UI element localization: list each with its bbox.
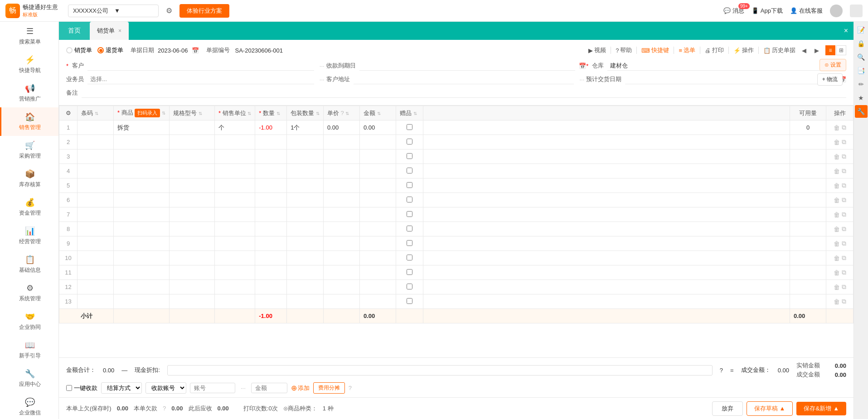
row-pkg[interactable] bbox=[287, 265, 324, 280]
rt-star-btn[interactable]: ★ bbox=[855, 92, 868, 104]
row-amount[interactable] bbox=[359, 207, 396, 222]
row-qty[interactable] bbox=[255, 207, 287, 222]
delete-row-icon[interactable]: 🗑 bbox=[834, 168, 840, 175]
scan-barcode-button[interactable]: 扫码录入 bbox=[135, 109, 160, 117]
row-pkg[interactable] bbox=[287, 164, 324, 178]
row-spec[interactable] bbox=[169, 193, 214, 207]
debit-help-icon[interactable]: ? bbox=[163, 405, 166, 412]
select-order-btn[interactable]: ≡ 选单 bbox=[679, 46, 695, 54]
calendar-icon[interactable]: 📅 bbox=[192, 47, 199, 54]
gift-checkbox[interactable] bbox=[407, 153, 412, 159]
row-price[interactable] bbox=[323, 149, 359, 164]
discount-input[interactable] bbox=[167, 365, 713, 376]
gift-checkbox[interactable] bbox=[407, 240, 412, 246]
row-note[interactable] bbox=[423, 207, 790, 222]
row-barcode[interactable] bbox=[78, 193, 114, 207]
avatar-2[interactable] bbox=[850, 5, 863, 17]
row-goods[interactable] bbox=[114, 251, 170, 265]
row-spec[interactable] bbox=[169, 222, 214, 236]
tab-home[interactable]: 首页 bbox=[59, 22, 90, 40]
row-unit[interactable] bbox=[214, 207, 255, 222]
row-goods[interactable] bbox=[114, 294, 170, 309]
message-button[interactable]: 💬 消息 99+ bbox=[723, 7, 744, 15]
print-btn[interactable]: 🖨 打印 bbox=[705, 46, 724, 54]
row-unit[interactable] bbox=[214, 164, 255, 178]
price-help-icon[interactable]: ? bbox=[341, 110, 344, 116]
row-unit[interactable] bbox=[214, 251, 255, 265]
copy-row-icon[interactable]: ⧉ bbox=[842, 269, 846, 276]
row-goods[interactable] bbox=[114, 149, 170, 164]
row-pkg[interactable] bbox=[287, 236, 324, 251]
row-barcode[interactable] bbox=[78, 207, 114, 222]
row-price[interactable] bbox=[323, 236, 359, 251]
sidebar-item-search[interactable]: ☰ 搜索菜单 bbox=[0, 22, 58, 50]
row-spec[interactable] bbox=[169, 251, 214, 265]
row-price[interactable] bbox=[323, 164, 359, 178]
row-pkg[interactable] bbox=[287, 294, 324, 309]
rt-copy-btn[interactable]: 📑 bbox=[855, 64, 868, 77]
delete-row-icon[interactable]: 🗑 bbox=[834, 298, 840, 305]
row-note[interactable] bbox=[423, 178, 790, 193]
rt-tool-btn[interactable]: 🔧 bbox=[855, 105, 868, 118]
tab-bar-close-icon[interactable]: × bbox=[844, 27, 853, 35]
gift-checkbox[interactable] bbox=[407, 168, 412, 173]
row-spec[interactable] bbox=[169, 164, 214, 178]
row-pkg[interactable] bbox=[287, 280, 324, 294]
staff-input[interactable] bbox=[87, 74, 314, 84]
copy-row-icon[interactable]: ⧉ bbox=[842, 254, 846, 262]
row-pkg[interactable] bbox=[287, 149, 324, 164]
row-barcode[interactable] bbox=[78, 178, 114, 193]
delete-row-icon[interactable]: 🗑 bbox=[834, 139, 840, 146]
account-no-input[interactable] bbox=[190, 383, 235, 393]
row-note[interactable] bbox=[423, 222, 790, 236]
copy-row-icon[interactable]: ⧉ bbox=[842, 124, 846, 131]
row-spec[interactable] bbox=[169, 149, 214, 164]
row-barcode[interactable] bbox=[78, 222, 114, 236]
row-qty[interactable] bbox=[255, 294, 287, 309]
row-qty[interactable] bbox=[255, 222, 287, 236]
copy-row-icon[interactable]: ⧉ bbox=[842, 153, 846, 160]
row-gift[interactable] bbox=[396, 251, 423, 265]
sidebar-item-system[interactable]: ⚙ 系统管理 bbox=[0, 279, 58, 307]
company-selector[interactable]: XXXXXX公司 ▼ bbox=[68, 5, 159, 17]
delete-row-icon[interactable]: 🗑 bbox=[834, 255, 840, 262]
account-more-icon[interactable]: ··· bbox=[239, 385, 247, 391]
copy-row-icon[interactable]: ⧉ bbox=[842, 211, 846, 218]
row-gift[interactable] bbox=[396, 294, 423, 309]
rt-lock-btn[interactable]: 🔒 bbox=[855, 37, 868, 50]
add-payment-button[interactable]: ⊕ 添加 bbox=[291, 384, 310, 392]
customer-more-icon[interactable]: ··· bbox=[318, 63, 326, 69]
row-qty[interactable] bbox=[255, 149, 287, 164]
amount-input[interactable] bbox=[251, 383, 287, 393]
row-spec[interactable] bbox=[169, 120, 214, 135]
gift-checkbox[interactable] bbox=[407, 197, 412, 202]
row-price[interactable] bbox=[323, 178, 359, 193]
row-unit[interactable]: 个 bbox=[214, 120, 255, 135]
abandon-button[interactable]: 放弃 bbox=[712, 401, 743, 416]
row-price[interactable]: 0.00 bbox=[323, 120, 359, 135]
delete-row-icon[interactable]: 🗑 bbox=[834, 269, 840, 276]
row-note[interactable] bbox=[423, 149, 790, 164]
row-price[interactable] bbox=[323, 135, 359, 149]
row-gift[interactable] bbox=[396, 164, 423, 178]
save-new-button[interactable]: 保存&新增 ▲ bbox=[796, 402, 846, 415]
row-amount[interactable] bbox=[359, 149, 396, 164]
row-goods[interactable] bbox=[114, 135, 170, 149]
row-unit[interactable] bbox=[214, 149, 255, 164]
row-note[interactable] bbox=[423, 294, 790, 309]
row-price[interactable] bbox=[323, 207, 359, 222]
delete-row-icon[interactable]: 🗑 bbox=[834, 124, 840, 131]
app-download-button[interactable]: 📱 App下载 bbox=[752, 7, 783, 15]
delete-row-icon[interactable]: 🗑 bbox=[834, 284, 840, 291]
gift-checkbox[interactable] bbox=[407, 139, 412, 144]
delete-row-icon[interactable]: 🗑 bbox=[834, 211, 840, 218]
row-amount[interactable] bbox=[359, 236, 396, 251]
sidebar-item-inventory[interactable]: 📦 库存核算 bbox=[0, 164, 58, 193]
copy-row-icon[interactable]: ⧉ bbox=[842, 298, 846, 305]
row-note[interactable] bbox=[423, 251, 790, 265]
copy-row-icon[interactable]: ⧉ bbox=[842, 167, 846, 175]
row-goods[interactable] bbox=[114, 178, 170, 193]
row-unit[interactable] bbox=[214, 236, 255, 251]
row-pkg[interactable] bbox=[287, 178, 324, 193]
online-service-button[interactable]: 👤 在线客服 bbox=[790, 7, 823, 15]
